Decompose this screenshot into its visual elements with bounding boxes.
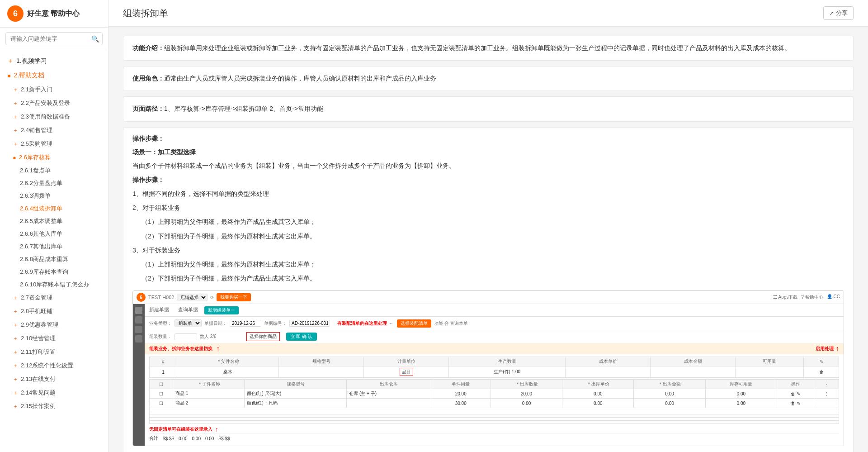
mock-empty-row3 xyxy=(150,408,839,411)
sidebar-item-online-pay[interactable]: ＋ 2.13在线支付 xyxy=(0,372,108,386)
expand-icon: ＋ xyxy=(13,348,18,356)
path-block: 页面路径：1、库存核算->库存管理->组装拆卸单 2、首页->常用功能 xyxy=(123,96,854,121)
mock-lower-row2: ☐ 商品 2 颜色(红) + 尺码 30.00 0.00 0.00 0.00 xyxy=(150,399,839,408)
label: 2.3使用前数据准备 xyxy=(21,113,70,121)
sidebar-item-video-learning[interactable]: ＋ 1.视频学习 xyxy=(0,54,108,68)
sidebar-item-faq[interactable]: ＋ 2.14常见问题 xyxy=(0,386,108,400)
sidebar-item-other-out[interactable]: 2.6.7其他出库单 xyxy=(0,240,108,253)
mock-empty-row7 xyxy=(150,421,839,424)
nav-subgroup-211: ＋ 2.11打印设置 xyxy=(0,345,108,359)
search-input[interactable] xyxy=(5,32,103,45)
mock-fields-row2: 组装数量： 数人 2/6 选择你的商品 立 即 确 认 xyxy=(145,330,844,343)
sidebar-item-ledger-fix[interactable]: 2.6.10库存账本错了怎么办 xyxy=(0,278,108,291)
mock-arrow4: ↑ xyxy=(215,426,218,433)
sidebar-item-sales[interactable]: ＋ 2.4销售管理 xyxy=(0,124,108,137)
sidebar-item-finance[interactable]: ＋ 2.7资金管理 xyxy=(0,291,108,305)
mock-tab-btn-new[interactable]: 新增组装单一 xyxy=(204,306,239,314)
mock-field-type-select[interactable]: 组装单 xyxy=(175,319,202,327)
mock-th-unitqty: 生产数量 xyxy=(449,357,566,366)
sidebar-item-cases[interactable]: ＋ 2.15操作案例 xyxy=(0,400,108,413)
mock-ltd-ucost2: 0.00 xyxy=(562,399,634,408)
mock-th-avail: 可用量 xyxy=(736,357,804,366)
sidebar-item-cost-recalc[interactable]: 2.6.8商品成本重算 xyxy=(0,253,108,266)
nav-group-2-label: 2.帮助文档 xyxy=(14,71,44,80)
mock-ltd-wh2 xyxy=(347,399,431,408)
mock-total-4: 0.00 xyxy=(205,436,214,441)
label: 2.15操作案例 xyxy=(21,402,56,410)
sidebar-item-custom[interactable]: ＋ 2.12系统个性化设置 xyxy=(0,359,108,372)
mock-field-date-input[interactable] xyxy=(230,320,261,327)
mock-th-total-cost: 成本金额 xyxy=(651,357,736,366)
sidebar-item-ledger-query[interactable]: 2.6.9库存账本查询 xyxy=(0,266,108,278)
mock-user-icon: 👤 CC xyxy=(827,294,840,300)
mock-upper-table: # ＊父件名称 规格型号 计量单位 生产数量 成本单价 成本金额 可用量 xyxy=(149,357,839,378)
mock-td-ucost xyxy=(566,366,651,378)
mock-lth-avail: 库存可用量 xyxy=(705,380,777,389)
step2-1: （1）上部明细为父件明细，最终作为产成品生成其它入库单； xyxy=(132,216,844,228)
logo-text: 好生意 帮助中心 xyxy=(27,9,80,19)
label: 2.6库存核算 xyxy=(19,153,51,162)
mock-top-icons: ☷ Apps下载 ? 帮助中心 👤 CC xyxy=(773,294,840,300)
nav-subgroup-25: ＋ 2.5采购管理 xyxy=(0,137,108,151)
mock-red-input-td[interactable]: 品目 xyxy=(400,368,413,376)
mock-input-red-box[interactable]: 选择你的商品 xyxy=(246,332,280,341)
sidebar-item-inventory[interactable]: ● 2.6库存核算 xyxy=(0,151,108,164)
mock-tab-new[interactable]: 新建单据 xyxy=(145,304,174,316)
sidebar-item-assembly[interactable]: 2.6.4组装拆卸单 xyxy=(0,202,108,215)
nav-subgroup-29: ＋ 2.9优惠券管理 xyxy=(0,318,108,332)
label: 2.2产品安装及登录 xyxy=(21,99,70,107)
role-block: 使用角色：通常由生产人员或库管人员完成拆装业务的操作，库管人员确认原材料的出库和… xyxy=(123,66,854,91)
expand-icon: ＋ xyxy=(13,376,18,383)
expand-icon: ＋ xyxy=(13,403,18,410)
mock-th-op: ✎ xyxy=(804,357,839,366)
sidebar-item-operations[interactable]: ＋ 2.10经营管理 xyxy=(0,332,108,345)
sidebar-item-coupon[interactable]: ＋ 2.9优惠券管理 xyxy=(0,318,108,332)
mock-field-no-input[interactable] xyxy=(289,320,330,327)
mock-ltd-op1: 🗑 ✎ xyxy=(777,389,814,399)
mock-new-btn[interactable]: 我要购买一下 xyxy=(217,293,251,301)
sidebar-item-partial-check[interactable]: 2.6.2分量盘点单 xyxy=(0,177,108,190)
expand-icon: ＋ xyxy=(13,362,18,370)
mock-ltd-expand1: ⋮ xyxy=(814,389,839,399)
mock-field-type-label: 业务类型： xyxy=(149,320,172,327)
share-button[interactable]: ↗ 分享 xyxy=(823,6,854,20)
sidebar-item-mobile[interactable]: ＋ 2.8手机旺铺 xyxy=(0,305,108,318)
nav-subgroup-212: ＋ 2.12系统个性化设置 xyxy=(0,359,108,372)
mock-lower-row3 xyxy=(150,408,839,411)
mock-table-area: # ＊父件名称 规格型号 计量单位 生产数量 成本单价 成本金额 可用量 xyxy=(145,354,844,446)
sidebar-item-cost-adjust[interactable]: 2.6.5成本调整单 xyxy=(0,215,108,228)
sidebar-item-data-prep[interactable]: ＋ 2.3使用前数据准备 xyxy=(0,110,108,124)
sidebar-item-purchase[interactable]: ＋ 2.5采购管理 xyxy=(0,137,108,151)
nav-subgroup-26: ● 2.6库存核算 2.6.1盘点单 2.6.2分量盘点单 2.6.3调拨单 2… xyxy=(0,151,108,291)
screenshot-container: 6 TEST-H002 店铺选择 ⟳ 我要购买一下 ☷ Apps下载 ? 帮助中… xyxy=(132,290,844,446)
sidebar: 6 好生意 帮助中心 🔍 ＋ 1.视频学习 ● 2.帮助文档 xyxy=(0,0,108,452)
mock-field-date-label: 单据日期： xyxy=(204,320,227,327)
mock-td-pqty: 生产(件) 1.00 xyxy=(449,366,566,378)
sidebar-item-other-in[interactable]: 2.6.6其他入库单 xyxy=(0,228,108,240)
mock-confirm-btn[interactable]: 立 即 确 认 xyxy=(286,333,317,341)
mock-tab-list[interactable]: 查询单据 xyxy=(174,304,203,316)
mock-td-spec1 xyxy=(279,366,364,378)
mock-ltd-tqty2: 0.00 xyxy=(491,399,562,408)
label: 2.4销售管理 xyxy=(21,126,52,134)
sidebar-item-new-user[interactable]: ＋ 2.1新手入门 xyxy=(0,83,108,96)
nav-subgroup-21: ＋ 2.1新手入门 xyxy=(0,83,108,96)
search-button[interactable]: 🔍 xyxy=(91,35,99,43)
mock-qty-input[interactable] xyxy=(175,333,197,340)
label: 2.11打印设置 xyxy=(21,348,56,356)
nav-subgroup-28: ＋ 2.8手机旺铺 xyxy=(0,305,108,318)
mock-empty-row4 xyxy=(150,411,839,414)
nav-subgroup-213: ＋ 2.13在线支付 xyxy=(0,372,108,386)
sidebar-item-print[interactable]: ＋ 2.11打印设置 xyxy=(0,345,108,359)
mock-store-select[interactable]: 店铺选择 xyxy=(177,294,208,301)
sidebar-item-install-login[interactable]: ＋ 2.2产品安装及登录 xyxy=(0,96,108,110)
mock-bom-btn[interactable]: 选择装配清单 xyxy=(397,319,431,328)
sidebar-item-help-docs[interactable]: ● 2.帮助文档 xyxy=(0,68,108,83)
sidebar-item-inventory-check[interactable]: 2.6.1盘点单 xyxy=(0,164,108,177)
mock-ltd-tcost2: 0.00 xyxy=(634,399,705,408)
sidebar-item-transfer[interactable]: 2.6.3调拨单 xyxy=(0,190,108,202)
mock-qty-unit: 数人 2/6 xyxy=(200,333,217,340)
mock-th-cost: 成本单价 xyxy=(566,357,651,366)
path-label: 页面路径： xyxy=(132,105,164,112)
mock-annotation4: 无固定清单可在组装在这里录入 xyxy=(149,426,212,433)
